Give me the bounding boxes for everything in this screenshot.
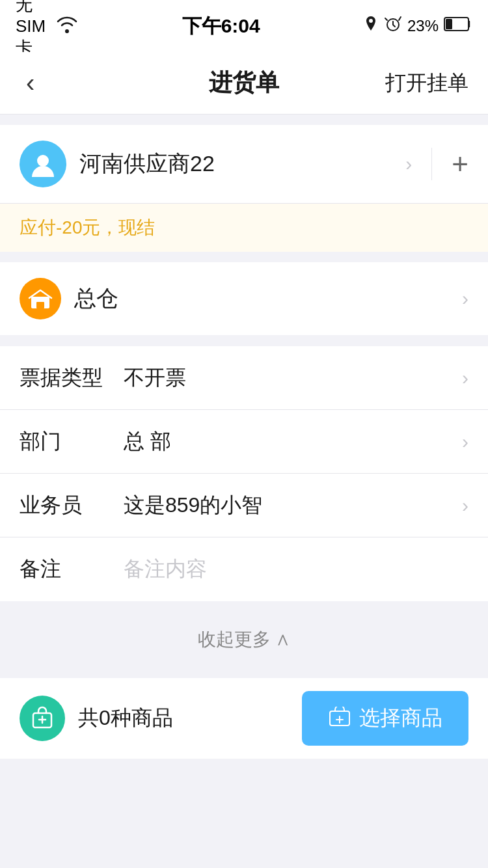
warehouse-icon <box>20 278 61 319</box>
status-time: 下午6:04 <box>182 13 260 40</box>
warehouse-row[interactable]: 总仓 › <box>0 262 488 336</box>
product-count: 共0种商品 <box>78 704 289 733</box>
svg-point-4 <box>37 155 49 167</box>
supplier-avatar <box>20 141 66 187</box>
separator-2 <box>0 252 488 262</box>
collapse-label: 收起更多 ∧ <box>198 627 291 652</box>
invoice-type-row[interactable]: 票据类型 不开票 › <box>0 346 488 410</box>
invoice-type-value: 不开票 <box>111 364 462 392</box>
supplier-section: 河南供应商22 › + 应付-20元，现结 <box>0 125 488 252</box>
status-bar: 无 SIM 卡 下午6:04 23% <box>0 0 488 52</box>
select-product-button[interactable]: 选择商品 <box>302 691 468 746</box>
department-label: 部门 <box>20 427 111 456</box>
remark-label: 备注 <box>20 555 111 584</box>
product-bar: 共0种商品 选择商品 <box>0 678 488 759</box>
salesperson-value: 这是859的小智 <box>111 491 462 520</box>
supplier-chevron-icon: › <box>405 153 412 175</box>
nav-title: 进货单 <box>209 67 279 99</box>
carrier-label: 无 SIM 卡 <box>16 0 50 59</box>
warehouse-chevron-icon: › <box>462 288 468 310</box>
warehouse-section: 总仓 › <box>0 262 488 336</box>
collapse-row[interactable]: 收起更多 ∧ <box>0 612 488 668</box>
invoice-type-chevron-icon: › <box>462 367 468 389</box>
battery-percent: 23% <box>407 17 439 35</box>
department-row[interactable]: 部门 总 部 › <box>0 410 488 474</box>
nav-bar: ‹ 进货单 打开挂单 <box>0 52 488 115</box>
product-icon <box>20 696 65 741</box>
salesperson-label: 业务员 <box>20 491 111 520</box>
salesperson-chevron-icon: › <box>462 495 468 517</box>
status-left: 无 SIM 卡 <box>16 0 79 59</box>
open-pending-button[interactable]: 打开挂单 <box>385 69 468 98</box>
department-value: 总 部 <box>111 427 462 456</box>
location-icon <box>363 15 379 37</box>
warehouse-name: 总仓 <box>74 284 462 314</box>
remark-value: 备注内容 <box>111 555 468 584</box>
supplier-divider <box>431 148 432 180</box>
wifi-icon <box>55 15 79 38</box>
form-section: 票据类型 不开票 › 部门 总 部 › 业务员 这是859的小智 › 备注 备注… <box>0 346 488 601</box>
battery-icon <box>444 16 472 36</box>
select-product-label: 选择商品 <box>359 704 442 733</box>
notice-text: 应付-20元，现结 <box>20 217 155 237</box>
svg-rect-3 <box>446 19 452 29</box>
invoice-type-label: 票据类型 <box>20 364 111 392</box>
supplier-row[interactable]: 河南供应商22 › + <box>0 125 488 204</box>
department-chevron-icon: › <box>462 431 468 453</box>
notice-banner: 应付-20元，现结 <box>0 204 488 252</box>
remark-row[interactable]: 备注 备注内容 <box>0 537 488 601</box>
separator-1 <box>0 115 488 125</box>
svg-point-0 <box>369 19 373 23</box>
alarm-icon <box>384 15 402 37</box>
supplier-name: 河南供应商22 <box>79 149 405 179</box>
svg-rect-6 <box>36 302 44 308</box>
salesperson-row[interactable]: 业务员 这是859的小智 › <box>0 474 488 537</box>
status-right: 23% <box>363 15 472 37</box>
add-supplier-button[interactable]: + <box>452 148 468 180</box>
back-button[interactable]: ‹ <box>20 62 41 104</box>
